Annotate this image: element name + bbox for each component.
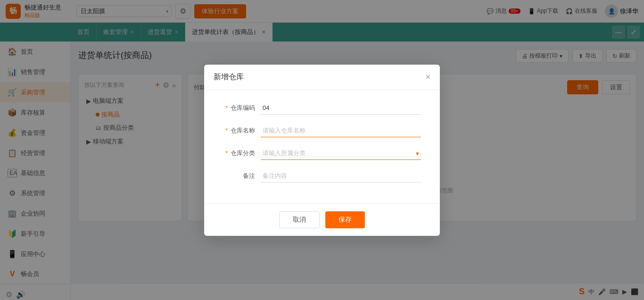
modal-title: 新增仓库 [214, 72, 244, 82]
category-select[interactable]: 请输入所属分类 [261, 147, 421, 160]
remark-label: 备注 [223, 172, 261, 180]
cancel-btn[interactable]: 取消 [279, 211, 320, 228]
save-btn[interactable]: 保存 [325, 211, 365, 228]
code-label: * 仓库编码 [223, 104, 261, 112]
remark-input[interactable] [261, 169, 421, 183]
name-input[interactable] [261, 124, 421, 137]
modal-footer: 取消 保存 [204, 203, 440, 236]
form-row-code: * 仓库编码 [223, 101, 421, 115]
modal-close-btn[interactable]: × [425, 73, 430, 81]
modal-overlay: 新增仓库 × * 仓库编码 * 仓库名称 [0, 0, 644, 300]
new-warehouse-modal: 新增仓库 × * 仓库编码 * 仓库名称 [204, 65, 440, 236]
form-row-remark: 备注 [223, 169, 421, 183]
modal-body: * 仓库编码 * 仓库名称 * 仓库分类 [204, 90, 440, 203]
form-row-name: * 仓库名称 [223, 124, 421, 137]
form-row-category: * 仓库分类 请输入所属分类 [223, 147, 421, 160]
modal-header: 新增仓库 × [204, 65, 440, 90]
category-select-wrap[interactable]: 请输入所属分类 [261, 147, 421, 160]
name-label: * 仓库名称 [223, 126, 261, 135]
category-label: * 仓库分类 [223, 149, 261, 158]
code-input[interactable] [261, 101, 421, 115]
